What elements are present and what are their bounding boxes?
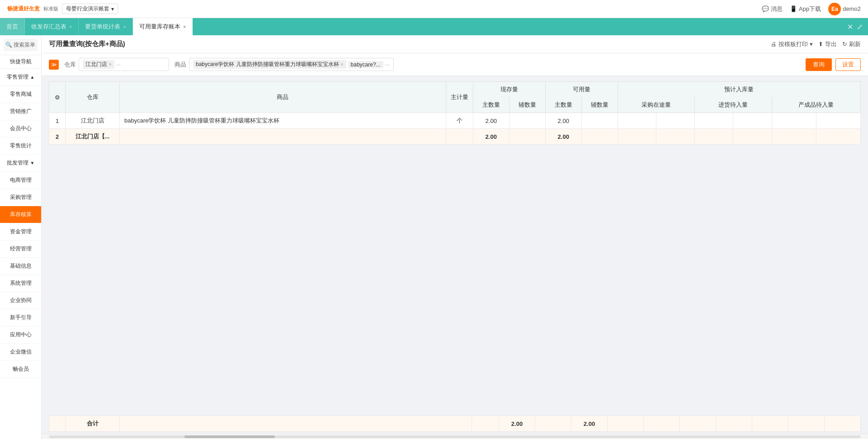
goods-tag-1: babycare学饮杯 儿童防摔防撞吸管杯重力球吸嘴杯宝宝水杯 ×	[193, 60, 346, 69]
tab-available-inventory[interactable]: 可用量库存账本 ×	[133, 18, 193, 35]
footer-pr-aux	[825, 416, 861, 432]
sidebar-item-retail-stats[interactable]: 零售统计	[0, 137, 41, 155]
refresh-btn[interactable]: ↻ 刷新	[842, 40, 861, 48]
quick-nav-btn[interactable]: 快捷导航	[0, 55, 41, 69]
sidebar-item-enterprise-wechat[interactable]: 企业微信	[0, 344, 41, 361]
warehouse-input[interactable]: 江北门店 × ···	[79, 58, 169, 71]
footer-i-main	[716, 416, 752, 432]
sidebar-item-app-center[interactable]: 应用中心	[0, 326, 41, 344]
tab-inventory-label: 可用量库存账本	[139, 23, 180, 31]
sidebar-item-member[interactable]: 畅会员	[0, 361, 41, 378]
gear-icon[interactable]: ⚙	[55, 94, 60, 101]
scroll-thumb[interactable]	[184, 435, 275, 438]
content-area: 可用量查询(按仓库+商品) 🖨 按模板打印 ▾ ⬆ 导出 ↻ 刷新 ≫	[42, 35, 868, 439]
table-body: 1 江北门店 babycare学饮杯 儿童防摔防撞吸管杯重力球吸嘴杯宝宝水杯 个…	[49, 113, 861, 145]
footer-i-aux	[752, 416, 788, 432]
avatar: Ea	[828, 3, 841, 15]
row-unit-cell: 个	[446, 113, 473, 129]
row-inbound-main-cell	[695, 113, 733, 129]
subtotal-i-aux	[733, 129, 772, 145]
footer-stock-main: 2.00	[499, 416, 535, 432]
print-btn[interactable]: 🖨 按模板打印 ▾	[771, 40, 813, 48]
row-avail-aux-cell	[581, 113, 618, 129]
footer-pr-main	[788, 416, 825, 432]
user-profile-btn[interactable]: Ea demo2	[828, 3, 861, 15]
th-main-unit: 主计量	[446, 82, 473, 113]
chevron-down-icon: ▾	[111, 6, 114, 12]
page-header: 可用量查询(按仓库+商品) 🖨 按模板打印 ▾ ⬆ 导出 ↻ 刷新	[42, 35, 868, 53]
sidebar-item-inventory[interactable]: 库存核算	[0, 206, 41, 223]
subtotal-warehouse: 江北门店【...	[66, 129, 120, 145]
sidebar-search-area: 🔍 搜索菜单	[0, 35, 41, 55]
expand-filter-btn[interactable]: ≫	[49, 60, 59, 70]
chevron-icon: ▲	[30, 75, 35, 80]
goods-input[interactable]: babycare学饮杯 儿童防摔防撞吸管杯重力球吸嘴杯宝宝水杯 × babyca…	[189, 58, 394, 71]
sidebar-item-business-mgmt[interactable]: 经营管理	[0, 241, 41, 258]
th-avail-aux: 辅数量	[581, 97, 618, 113]
expand-tab-icon[interactable]: ⤢	[857, 23, 863, 31]
tab-home[interactable]: 首页	[0, 18, 25, 35]
footer-goods	[120, 416, 472, 432]
filter-actions: 查询 设置	[806, 58, 861, 71]
sidebar-item-finance-mgmt[interactable]: 资金管理	[0, 223, 41, 241]
sidebar-item-enterprise-collab[interactable]: 企业协同	[0, 292, 41, 309]
sidebar-item-system-mgmt[interactable]: 系统管理	[0, 275, 41, 292]
filter-bar: ≫ 仓库 江北门店 × ··· 商品 babycare学饮杯 儿童防摔防撞吸管杯…	[42, 53, 868, 76]
warehouse-tag-remove[interactable]: ×	[109, 62, 112, 67]
warehouse-more[interactable]: ···	[116, 61, 121, 68]
tab-order-label: 要货单统计表	[85, 23, 120, 31]
export-icon: ⬆	[818, 41, 823, 47]
footer-unit	[472, 416, 499, 432]
header-actions: 🖨 按模板打印 ▾ ⬆ 导出 ↻ 刷新	[771, 40, 861, 48]
subtotal-avail-main: 2.00	[545, 129, 581, 145]
sidebar-item-ecommerce-mgmt[interactable]: 电商管理	[0, 172, 41, 189]
goods-tag-1-remove[interactable]: ×	[341, 62, 344, 67]
app-icon: 📱	[790, 5, 797, 12]
message-btn[interactable]: 💬 消息	[762, 5, 783, 13]
footer-avail-main: 2.00	[571, 416, 608, 432]
sidebar-item-wholesale-mgmt[interactable]: 批发管理 ▼	[0, 155, 41, 172]
table-header-row-1: ⚙ 仓库 商品 主计量 现存量 可用量 预计入库量	[49, 82, 861, 98]
query-btn[interactable]: 查询	[806, 58, 832, 71]
close-tab-icon[interactable]: ✕	[847, 23, 853, 31]
sidebar-item-marketing[interactable]: 营销推广	[0, 103, 41, 120]
tab-receivable-summary[interactable]: 收发存汇总表 ×	[25, 18, 79, 35]
row-num-cell: 1	[49, 113, 66, 129]
subtotal-i-main	[695, 129, 733, 145]
goods-more[interactable]: ···	[385, 61, 390, 68]
tab-order-close[interactable]: ×	[123, 24, 126, 29]
main-layout: 🔍 搜索菜单 快捷导航 零售管理 ▲ 零售商城 营销推广 会员中心 零售统计 批…	[0, 35, 868, 439]
footer-p-aux	[680, 416, 716, 432]
scroll-track[interactable]	[49, 435, 861, 438]
template-selector[interactable]: 母婴行业演示账套 ▾	[62, 4, 118, 14]
th-avail-main: 主数量	[545, 97, 581, 113]
footer-row: 合计 2.00 2.00	[49, 416, 861, 432]
th-goods: 商品	[120, 82, 446, 113]
warehouse-filter: 仓库 江北门店 × ···	[64, 58, 169, 71]
table-row: 1 江北门店 babycare学饮杯 儿童防摔防撞吸管杯重力球吸嘴杯宝宝水杯 个…	[49, 113, 861, 129]
footer-p-main	[644, 416, 680, 432]
settings-btn[interactable]: 设置	[835, 58, 861, 71]
top-bar-right: 💬 消息 📱 App下载 Ea demo2	[762, 3, 861, 15]
export-btn[interactable]: ⬆ 导出	[818, 40, 837, 48]
sidebar-item-retail-mall[interactable]: 零售商城	[0, 86, 41, 103]
sidebar-item-purchase-mgmt[interactable]: 采购管理	[0, 189, 41, 206]
sidebar-item-retail-mgmt[interactable]: 零售管理 ▲	[0, 69, 41, 86]
tab-order-stats[interactable]: 要货单统计表 ×	[79, 18, 132, 35]
sidebar-item-member-center[interactable]: 会员中心	[0, 120, 41, 137]
home-tab-label: 首页	[6, 23, 18, 31]
row-goods-cell: babycare学饮杯 儿童防摔防撞吸管杯重力球吸嘴杯宝宝水杯	[120, 113, 446, 129]
sidebar-item-new-guide[interactable]: 新手引导	[0, 309, 41, 326]
tab-receivable-close[interactable]: ×	[69, 24, 72, 29]
print-icon: 🖨	[771, 41, 777, 47]
tab-inventory-close[interactable]: ×	[183, 24, 186, 29]
sidebar-item-basic-info[interactable]: 基础信息	[0, 258, 41, 275]
search-menu-btn[interactable]: 🔍 搜索菜单	[4, 39, 38, 51]
row-purchase-aux-cell	[656, 113, 695, 129]
top-bar: 畅捷通好生意 标准版 母婴行业演示账套 ▾ 💬 消息 📱 App下载 Ea de…	[0, 0, 868, 18]
subtotal-p-aux	[656, 129, 695, 145]
th-warehouse: 仓库	[66, 82, 120, 113]
app-download-btn[interactable]: 📱 App下载	[790, 5, 821, 13]
row-stock-main-cell: 2.00	[473, 113, 509, 129]
subtotal-pr-main	[772, 129, 816, 145]
